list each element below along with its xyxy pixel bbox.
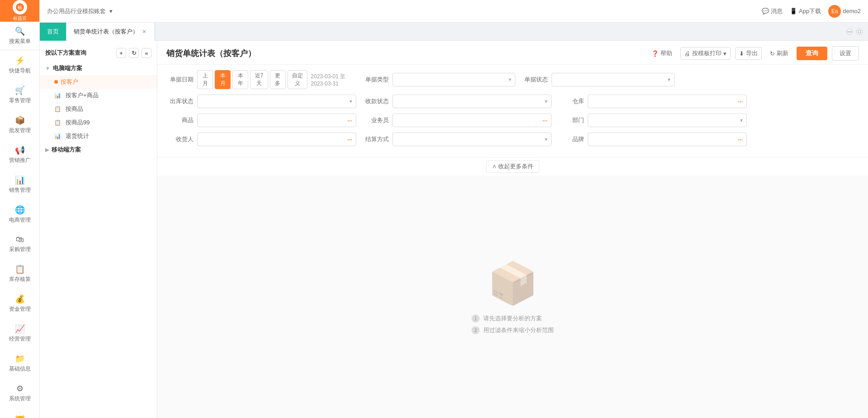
- chart-icon-2: 📊: [54, 133, 61, 139]
- settings-btn[interactable]: 设置: [832, 46, 859, 61]
- app-download-btn[interactable]: 📱 App下载: [790, 7, 821, 15]
- tree-item-return-stats-label: 退货统计: [66, 132, 89, 140]
- empty-tip-1-text: 请先选择要分析的方案: [483, 314, 542, 323]
- filter-warehouse: 仓库 ···: [557, 95, 747, 108]
- app-download-label: App下载: [799, 7, 821, 15]
- header-dropdown-icon[interactable]: ▾: [109, 8, 113, 14]
- logo[interactable]: 畅 标题页: [0, 0, 39, 22]
- print-dropdown-icon[interactable]: ▾: [723, 50, 726, 57]
- out-status-select[interactable]: ▾: [197, 95, 356, 108]
- receipt-status-select[interactable]: ▾: [392, 95, 552, 108]
- tree-item-by-customer[interactable]: 按客户: [40, 75, 157, 89]
- date-btn-this-year[interactable]: 本年: [232, 70, 248, 89]
- doc-type-select[interactable]: ▾: [392, 73, 515, 86]
- doc-type-label: 单据类型: [362, 76, 389, 84]
- collapse-panel-btn[interactable]: «: [142, 48, 151, 58]
- tree-section-mobile[interactable]: ▶ 移动端方案: [40, 143, 157, 157]
- header-title-area[interactable]: 办公用品行业模拟账套 ▾: [47, 7, 113, 15]
- sidebar-item-sales[interactable]: 📊 销售管理: [0, 170, 39, 200]
- product-label: 商品: [166, 116, 193, 124]
- export-icon: ⬇: [739, 50, 744, 57]
- sidebar-label-basic: 基础信息: [9, 365, 31, 373]
- receiver-select[interactable]: ···: [197, 133, 356, 146]
- filter-row-2: 出库状态 ▾ 收款状态 ▾ 仓库: [166, 95, 859, 108]
- app-download-icon: 📱: [790, 8, 797, 14]
- empty-tip-1: 1 请先选择要分析的方案: [472, 314, 554, 323]
- user-area[interactable]: Ea demo2: [828, 5, 861, 18]
- minimize-icon: —: [847, 29, 852, 34]
- basic-icon: 📁: [15, 354, 25, 364]
- department-label: 部门: [557, 116, 584, 124]
- empty-state: 📦 1 请先选择要分析的方案 2 用过滤条件来缩小分析范围: [157, 176, 868, 418]
- product-dots: ···: [347, 117, 352, 124]
- tree-item-return-stats[interactable]: 📊 退货统计: [40, 129, 157, 143]
- sidebar-item-enterprise[interactable]: 🤝 企业协同: [0, 408, 39, 418]
- message-btn[interactable]: 💬 消息: [762, 7, 783, 15]
- sidebar-item-purchase[interactable]: 🛍 采购管理: [0, 229, 39, 259]
- date-btn-7days[interactable]: 近7天: [250, 70, 268, 89]
- query-btn[interactable]: 查询: [797, 47, 827, 60]
- warehouse-label: 仓库: [557, 97, 584, 105]
- sales-icon: 📊: [15, 175, 25, 185]
- filter-row-date: 单据日期 上月 本月 本年 近7天 更多 自定义 2023-03-01 至 20…: [166, 70, 859, 89]
- template-print-btn[interactable]: 🖨 按模板打印 ▾: [680, 47, 731, 60]
- doc-status-label: 单据状态: [521, 76, 548, 84]
- left-panel-actions: + ↻ «: [116, 48, 151, 58]
- window-controls: — □: [846, 28, 868, 35]
- filter-row-3: 商品 ··· 业务员 ··· 部门: [166, 114, 859, 127]
- maximize-btn[interactable]: □: [856, 28, 863, 35]
- page-title-bar: 销货单统计表（按客户） ❓ 帮助 🖨 按模板打印 ▾ ⬇ 导出: [157, 41, 868, 65]
- salesperson-select[interactable]: ···: [392, 114, 552, 127]
- tree-item-by-product-99[interactable]: 📋 按商品99: [40, 116, 157, 129]
- help-btn[interactable]: ❓ 帮助: [648, 48, 676, 59]
- brand-label: 品牌: [557, 135, 584, 143]
- settlement-select[interactable]: ▾: [392, 133, 552, 146]
- date-btn-last-month[interactable]: 上月: [197, 70, 213, 89]
- main-area: 办公用品行业模拟账套 ▾ 💬 消息 📱 App下载 Ea demo2 首页: [40, 0, 868, 418]
- receiver-label: 收货人: [166, 135, 193, 143]
- tab-home[interactable]: 首页: [40, 23, 66, 41]
- user-name: demo2: [843, 8, 861, 14]
- sidebar-label-sales: 销售管理: [9, 186, 31, 194]
- add-scheme-btn[interactable]: +: [116, 48, 126, 58]
- date-btn-custom[interactable]: 自定义: [288, 70, 307, 89]
- brand-select[interactable]: ···: [588, 133, 747, 146]
- receipt-status-label: 收款状态: [362, 97, 389, 105]
- empty-illustration: 📦: [487, 260, 538, 307]
- sidebar-item-ecommerce[interactable]: 🌐 电商管理: [0, 200, 39, 229]
- filter-settlement: 结算方式 ▾: [362, 133, 552, 146]
- tab-sales-stat[interactable]: 销货单统计表（按客户） ✕: [66, 23, 155, 41]
- refresh-btn[interactable]: ↻ 刷新: [766, 48, 792, 59]
- sidebar-item-inventory[interactable]: 📋 库存核算: [0, 259, 39, 289]
- ecommerce-icon: 🌐: [15, 205, 25, 215]
- department-select[interactable]: ▾: [588, 114, 747, 127]
- minimize-btn[interactable]: —: [846, 28, 853, 35]
- tab-close-icon[interactable]: ✕: [141, 28, 147, 36]
- collapse-btn[interactable]: ∧ 收起更多条件: [486, 160, 540, 173]
- sidebar-item-basic[interactable]: 📁 基础信息: [0, 348, 39, 378]
- filter-doc-type: 单据类型 ▾: [362, 73, 515, 86]
- date-btn-this-month[interactable]: 本月: [215, 70, 231, 89]
- sidebar-item-operation[interactable]: 📈 经营管理: [0, 318, 39, 348]
- warehouse-select[interactable]: ···: [588, 95, 747, 108]
- sidebar-item-search[interactable]: 🔍 搜索菜单: [0, 22, 39, 50]
- sidebar-item-retail[interactable]: 🛒 零售管理: [0, 80, 39, 110]
- product-select[interactable]: ···: [197, 114, 356, 127]
- sidebar-label-marketing: 营销推广: [9, 157, 31, 164]
- sidebar-item-finance[interactable]: 💰 资金管理: [0, 289, 39, 318]
- doc-status-select[interactable]: ▾: [552, 73, 675, 86]
- tree-item-by-product[interactable]: 📋 按商品: [40, 102, 157, 116]
- tree-item-by-customer-product[interactable]: 📊 按客户+商品: [40, 89, 157, 102]
- quick-nav-icon: ⚡: [15, 56, 25, 66]
- refresh-scheme-btn[interactable]: ↻: [129, 48, 139, 58]
- date-btn-more[interactable]: 更多: [270, 70, 286, 89]
- sidebar-item-system[interactable]: ⚙ 系统管理: [0, 378, 39, 408]
- sidebar-item-wholesale[interactable]: 📦 批发管理: [0, 110, 39, 140]
- filter-brand: 品牌 ···: [557, 133, 747, 146]
- sidebar-item-quick-nav[interactable]: ⚡ 快捷导航: [0, 50, 39, 80]
- sidebar-item-marketing[interactable]: 📢 营销推广: [0, 140, 39, 170]
- tree-section-desktop[interactable]: ▼ 电脑端方案: [40, 62, 157, 75]
- settlement-chevron: ▾: [545, 136, 547, 142]
- export-btn[interactable]: ⬇ 导出: [735, 47, 762, 60]
- sidebar-label-system: 系统管理: [9, 395, 31, 403]
